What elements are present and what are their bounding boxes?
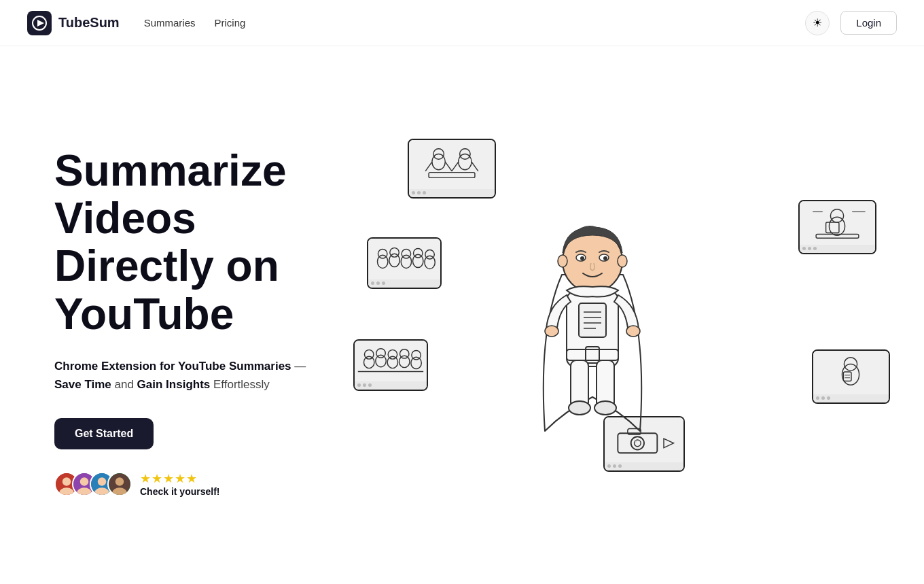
subtitle-and: and [111,378,137,391]
star-rating: ★★★★★ [140,471,219,486]
svg-rect-15 [409,143,495,185]
thumbnail-top-left [408,139,496,199]
stars-and-label: ★★★★★ Check it yourself! [140,471,219,497]
svg-point-77 [545,326,558,337]
subtitle-dash: — [291,360,306,373]
subtitle-bold-3: Gain Insights [137,378,211,391]
nav-summaries[interactable]: Summaries [144,17,196,29]
hero-section: Summarize Videos Directly on YouTube Chr… [0,46,924,584]
subtitle-bold-2: Save Time [54,378,111,391]
svg-point-10 [98,478,106,486]
navbar: TubeSum Summaries Pricing ☀ Login [0,0,924,46]
social-label: Check it yourself! [140,486,219,497]
svg-point-7 [80,478,88,486]
nav-right: ☀ Login [805,11,897,35]
svg-point-90 [618,255,627,267]
social-proof: ★★★★★ Check it yourself! [54,471,353,497]
svg-point-81 [569,401,590,415]
subtitle-end: Effortlessly [210,378,270,391]
hero-title: Summarize Videos Directly on YouTube [54,147,353,339]
thumb-content-tr [800,203,875,243]
svg-point-13 [116,478,124,486]
thumbnail-bot-right [812,349,890,404]
thumbnail-mid-left [367,237,442,289]
subtitle-bold-1: Chrome Extension for YouTube Summaries [54,360,291,373]
logo-icon [27,11,52,35]
nav-links: Summaries Pricing [144,17,246,29]
thumbnail-top-right [798,200,876,254]
login-button[interactable]: Login [840,11,897,35]
nav-pricing[interactable]: Pricing [215,17,246,29]
sun-icon: ☀ [813,16,822,29]
hero-subtitle: Chrome Extension for YouTube Summaries —… [54,357,313,394]
nav-left: TubeSum Summaries Pricing [27,11,245,35]
thumb-content-br [813,353,889,392]
superhero-svg [511,193,674,465]
brand-name: TubeSum [58,15,120,31]
thumb-content-ml [368,240,440,278]
superhero-mascot [511,193,674,451]
svg-point-89 [558,255,567,267]
svg-point-4 [63,478,71,486]
svg-point-78 [626,326,640,337]
thumbnail-bot-left [353,339,428,391]
theme-toggle-button[interactable]: ☀ [805,11,830,35]
thumb-content-tl [409,143,495,186]
avatar [107,472,132,496]
avatar-group [54,472,132,496]
thumb-content-bl [355,342,427,380]
svg-point-87 [580,256,584,260]
get-started-button[interactable]: Get Started [54,418,154,449]
hero-illustration [353,118,897,526]
hero-content: Summarize Videos Directly on YouTube Chr… [54,147,353,498]
svg-point-88 [603,256,607,260]
logo[interactable]: TubeSum [27,11,120,35]
svg-rect-72 [579,303,606,337]
svg-rect-36 [355,343,427,379]
svg-point-82 [594,401,616,415]
